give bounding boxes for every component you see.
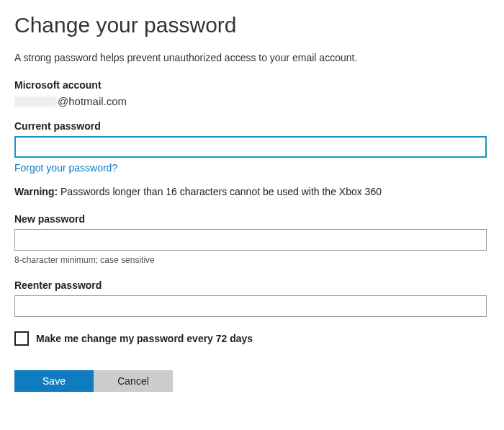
account-email: @hotmail.com xyxy=(14,95,490,107)
force-change-label: Make me change my password every 72 days xyxy=(36,333,253,344)
warning-text: Warning: Passwords longer than 16 charac… xyxy=(14,186,490,197)
forgot-password-link[interactable]: Forgot your password? xyxy=(14,162,117,174)
current-password-input[interactable] xyxy=(14,136,487,158)
force-change-checkbox[interactable] xyxy=(14,331,29,346)
new-password-label: New password xyxy=(14,213,490,225)
new-password-hint: 8-character minimum; case sensitive xyxy=(14,255,490,265)
cancel-button[interactable]: Cancel xyxy=(94,370,173,392)
account-username-redacted xyxy=(14,97,56,107)
save-button[interactable]: Save xyxy=(14,370,94,392)
account-label: Microsoft account xyxy=(14,79,490,91)
warning-prefix: Warning: xyxy=(14,186,58,197)
new-password-input[interactable] xyxy=(14,229,487,251)
page-title: Change your password xyxy=(14,13,490,37)
account-domain: @hotmail.com xyxy=(58,95,127,107)
reenter-password-label: Reenter password xyxy=(14,279,490,291)
reenter-password-input[interactable] xyxy=(14,295,487,317)
current-password-label: Current password xyxy=(14,120,490,132)
warning-body: Passwords longer than 16 characters cann… xyxy=(58,186,382,197)
intro-text: A strong password helps prevent unauthor… xyxy=(14,52,490,63)
